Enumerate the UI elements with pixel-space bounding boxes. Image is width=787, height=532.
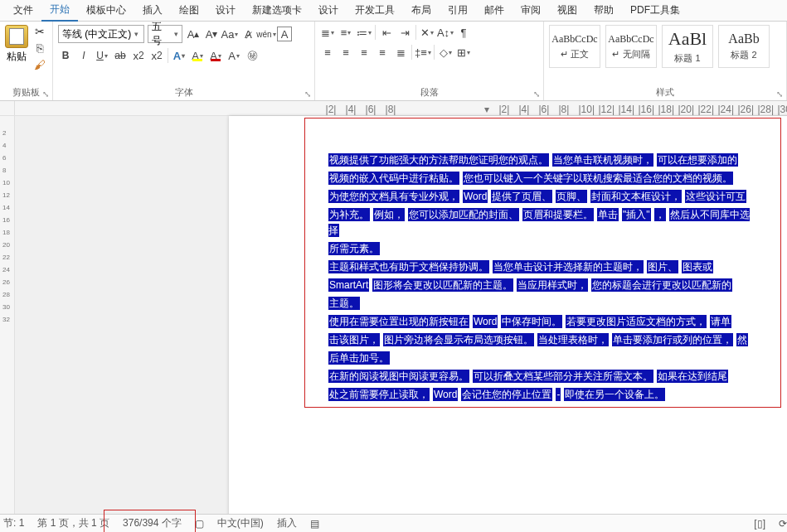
indent-inc-icon[interactable]: ⇥	[397, 25, 412, 40]
status-page[interactable]: 第 1 页，共 1 页	[37, 516, 109, 530]
style-tile-1[interactable]: AaBbCcDc↵ 无间隔	[605, 25, 657, 68]
menu-邮件[interactable]: 邮件	[476, 0, 513, 21]
menu-开发工具[interactable]: 开发工具	[347, 0, 403, 21]
display-settings-icon[interactable]: ⟳	[779, 518, 787, 530]
style-tile-0[interactable]: AaBbCcDc↵ 正文	[549, 25, 600, 68]
font-dialog-launcher[interactable]: ⤡	[304, 90, 313, 99]
styles-gallery[interactable]: AaBbCcDc↵ 正文AaBbCcDc↵ 无间隔AaBl标题 1AaBb标题 …	[549, 25, 781, 68]
status-proofing-icon[interactable]: ▢	[195, 518, 204, 530]
strike-icon[interactable]: ab	[113, 48, 128, 63]
menu-引用[interactable]: 引用	[440, 0, 476, 21]
cut-icon[interactable]: ✂	[33, 25, 46, 38]
char-border-icon[interactable]: A	[277, 27, 292, 41]
ribbon: 粘贴 ✂ ⎘ 🖌 剪贴板 ⤡ 等线 (中文正文)▾ 五号▾ A▴ A▾ Aa A…	[0, 22, 787, 101]
align-right-icon[interactable]: ≡	[357, 45, 372, 60]
menu-设计[interactable]: 设计	[207, 0, 244, 21]
phonetic-icon[interactable]: wén	[259, 27, 274, 41]
page[interactable]: 视频提供了功能强大的方法帮助您证明您的观点。当您单击联机视频时，可以在想要添加的…	[229, 116, 787, 525]
paste-icon	[5, 25, 28, 48]
paste-button[interactable]: 粘贴	[5, 25, 28, 64]
italic-icon[interactable]: I	[76, 48, 91, 63]
status-insert-mode[interactable]: 插入	[277, 516, 297, 530]
subscript-icon[interactable]: x2	[131, 48, 146, 63]
vertical-ruler[interactable]: 2468101214161820222426283032	[0, 116, 15, 530]
horizontal-ruler[interactable]: |8||6||4||2| |2||4||6||8||10||12||14||16…	[0, 101, 787, 116]
change-case-icon[interactable]: Aa	[222, 27, 237, 41]
status-language[interactable]: 中文(中国)	[217, 516, 264, 530]
menu-开始[interactable]: 开始	[41, 0, 78, 22]
text-effects-icon[interactable]: A	[172, 48, 187, 63]
numbering-icon[interactable]: ≡	[338, 25, 353, 40]
copy-icon[interactable]: ⎘	[33, 41, 46, 55]
status-word-count[interactable]: 376/394 个字	[123, 516, 182, 530]
underline-icon[interactable]: U	[95, 48, 109, 63]
status-macro-icon[interactable]: ▤	[310, 518, 319, 530]
align-distribute-icon[interactable]: ≣	[393, 45, 408, 60]
group-clipboard: 粘贴 ✂ ⎘ 🖌 剪贴板 ⤡	[0, 22, 53, 100]
line-spacing-icon[interactable]: ‡≡	[415, 45, 430, 60]
menu-模板中心[interactable]: 模板中心	[78, 0, 134, 21]
paragraph-dialog-launcher[interactable]: ⤡	[533, 90, 542, 99]
group-label-font: 字体	[58, 85, 309, 99]
group-paragraph: ≣ ≡ ≔ ⇤ ⇥ ✕ A↕ ¶ ≡ ≡ ≡ ≡ ≣ ‡≡ ◇	[315, 22, 544, 100]
style-tile-3[interactable]: AaBb标题 2	[718, 25, 770, 68]
menu-绘图[interactable]: 绘图	[171, 0, 207, 21]
group-label-styles: 样式	[549, 85, 781, 99]
borders-icon[interactable]: ⊞	[456, 45, 471, 60]
menu-视图[interactable]: 视图	[549, 0, 585, 21]
menu-布局[interactable]: 布局	[403, 0, 440, 21]
styles-dialog-launcher[interactable]: ⤡	[776, 90, 785, 99]
document-canvas[interactable]: 视频提供了功能强大的方法帮助您证明您的观点。当您单击联机视频时，可以在想要添加的…	[15, 116, 787, 530]
asian-layout-icon[interactable]: ✕	[420, 25, 435, 40]
clear-format-icon[interactable]: A̷	[240, 27, 255, 41]
indent-dec-icon[interactable]: ⇤	[379, 25, 394, 40]
align-center-icon[interactable]: ≡	[338, 45, 353, 60]
paste-label: 粘贴	[7, 50, 27, 64]
workarea: 2468101214161820222426283032 视频提供了功能强大的方…	[0, 116, 787, 530]
font-size-combo[interactable]: 五号▾	[148, 25, 182, 43]
shrink-font-icon[interactable]: A▾	[204, 27, 219, 41]
style-tile-2[interactable]: AaBl标题 1	[662, 25, 713, 68]
menu-插入[interactable]: 插入	[134, 0, 171, 21]
bullets-icon[interactable]: ≣	[320, 25, 335, 40]
menu-审阅[interactable]: 审阅	[513, 0, 549, 21]
format-painter-icon[interactable]: 🖌	[33, 58, 46, 71]
focus-mode-icon[interactable]: [▯]	[754, 518, 765, 530]
menu-帮助[interactable]: 帮助	[585, 0, 622, 21]
shading-icon[interactable]: ◇	[438, 45, 453, 60]
status-bar: 节: 1 第 1 页，共 1 页 376/394 个字 ▢ 中文(中国) 插入 …	[0, 514, 787, 532]
font-color-icon[interactable]: A	[208, 48, 223, 63]
highlight-icon[interactable]: A	[190, 48, 205, 63]
show-marks-icon[interactable]: ¶	[456, 25, 471, 40]
menu-新建选项卡[interactable]: 新建选项卡	[244, 0, 310, 21]
selected-text[interactable]: 视频提供了功能强大的方法帮助您证明您的观点。当您单击联机视频时，可以在想要添加的…	[328, 152, 751, 405]
menu-设计[interactable]: 设计	[310, 0, 347, 21]
group-label-clipboard: 剪贴板	[5, 85, 47, 99]
status-section[interactable]: 节: 1	[3, 516, 24, 530]
font-family-combo[interactable]: 等线 (中文正文)▾	[58, 25, 144, 43]
menu-文件[interactable]: 文件	[5, 0, 41, 21]
align-justify-icon[interactable]: ≡	[375, 45, 390, 60]
grow-font-icon[interactable]: A▴	[186, 27, 201, 41]
superscript-icon[interactable]: x2	[149, 48, 164, 63]
sort-icon[interactable]: A↕	[438, 25, 453, 40]
group-label-paragraph: 段落	[320, 85, 538, 99]
group-styles: AaBbCcDc↵ 正文AaBbCcDc↵ 无间隔AaBl标题 1AaBb标题 …	[544, 22, 787, 100]
group-font: 等线 (中文正文)▾ 五号▾ A▴ A▾ Aa A̷ wén A B I U a…	[53, 22, 315, 100]
enclose-char-icon[interactable]: ㊙	[245, 48, 260, 63]
bold-icon[interactable]: B	[58, 48, 73, 63]
char-shading-icon[interactable]: A	[226, 48, 241, 63]
menu-PDF工具集[interactable]: PDF工具集	[622, 0, 688, 21]
clipboard-dialog-launcher[interactable]: ⤡	[42, 90, 51, 99]
menu-bar: 文件开始模板中心插入绘图设计新建选项卡设计开发工具布局引用邮件审阅视图帮助PDF…	[0, 0, 787, 22]
align-left-icon[interactable]: ≡	[320, 45, 335, 60]
multilevel-icon[interactable]: ≔	[357, 25, 372, 40]
